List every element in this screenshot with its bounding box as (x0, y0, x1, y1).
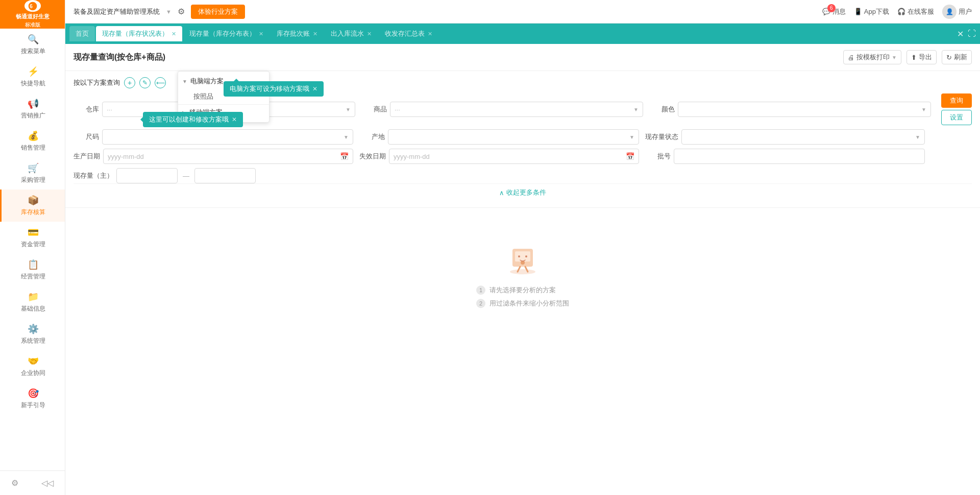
origin-label: 产地 (359, 132, 385, 142)
collapse-sidebar-btn[interactable]: ◁◁ (39, 476, 56, 490)
sidebar-item-operations[interactable]: 📋 经营管理 (0, 254, 65, 286)
sidebar-item-purchase[interactable]: 🛒 采购管理 (0, 157, 65, 190)
produce-date-input[interactable]: yyyy-mm-dd 📅 (103, 149, 353, 164)
basic-info-icon: 📁 (28, 291, 39, 302)
expire-date-placeholder: yyyy-mm-dd (394, 153, 430, 160)
back-scheme-btn[interactable]: ⟵ (155, 77, 166, 88)
logo-icon: 6 (24, 0, 41, 12)
color-select[interactable]: ▼ (678, 102, 931, 117)
filter-group-expire-date: 失效日期 yyyy-mm-dd 📅 (359, 149, 639, 164)
app-download-btn[interactable]: 📱 App下载 (854, 7, 889, 16)
search-icon: 🔍 (28, 34, 39, 45)
tab-batch-account[interactable]: 库存批次账 ✕ (271, 26, 324, 41)
sidebar-item-sales[interactable]: 💰 销售管理 (0, 125, 65, 157)
settings-bottom-btn[interactable]: ⚙ (9, 476, 20, 490)
tooltip1-close[interactable]: ✕ (312, 85, 317, 92)
tab-inventory-dist-label: 现存量（库存分布表） (189, 29, 256, 38)
stock-main-to-input[interactable] (194, 168, 256, 183)
query-btn[interactable]: 查询 (941, 93, 972, 108)
tooltip1-text: 电脑方案可设为移动方案哦 (230, 84, 309, 93)
tab-inventory-status[interactable]: 现存量（库存状况表） ✕ (96, 26, 182, 41)
operations-icon: 📋 (28, 259, 39, 270)
refresh-icon: ↻ (946, 54, 952, 61)
sidebar-item-search[interactable]: 🔍 搜索菜单 (0, 29, 65, 61)
page-content: 现存量查询(按仓库+商品) 🖨 按模板打印 ▼ ⬆ 导出 ↻ 刷新 (65, 44, 980, 495)
refresh-btn[interactable]: ↻ 刷新 (942, 50, 972, 64)
phone-icon: 📱 (854, 8, 862, 15)
tab-home[interactable]: 首页 (69, 26, 95, 41)
stock-main-from-input[interactable] (116, 168, 178, 183)
sidebar-item-finance[interactable]: 💳 资金管理 (0, 222, 65, 254)
app-sub: 标准版 (25, 21, 40, 29)
tab-in-out-flow-close[interactable]: ✕ (367, 31, 372, 37)
message-btn[interactable]: 💬 6 消息 (822, 7, 846, 16)
add-scheme-btn[interactable]: + (124, 77, 135, 88)
print-btn[interactable]: 🖨 按模板打印 ▼ (843, 50, 901, 64)
scheme-desktop-label: 电脑端方案 (190, 77, 224, 86)
tab-batch-account-close[interactable]: ✕ (313, 31, 317, 37)
sidebar-logo: 6 畅通道好生意 标准版 (0, 0, 65, 29)
sidebar: 6 畅通道好生意 标准版 🔍 搜索菜单 ⚡ 快捷导航 📢 营销推广 💰 销售管理… (0, 0, 65, 495)
sidebar-item-guide[interactable]: 🎯 新手引导 (0, 383, 65, 415)
filter-label: 按以下方案查询 (74, 78, 120, 87)
enterprise-icon: 🤝 (28, 356, 39, 367)
user-btn[interactable]: 👤 用户 (942, 5, 972, 19)
goods-placeholder: ··· (395, 106, 400, 113)
sidebar-item-system[interactable]: ⚙️ 系统管理 (0, 318, 65, 350)
marketing-icon: 📢 (28, 98, 39, 109)
tab-in-out-flow[interactable]: 出入库流水 ✕ (325, 26, 378, 41)
tab-collect-summary-close[interactable]: ✕ (428, 31, 432, 37)
expire-date-calendar-icon: 📅 (626, 152, 634, 160)
sidebar-item-quick-nav[interactable]: ⚡ 快捷导航 (0, 61, 65, 93)
tab-close-all-icon[interactable]: ✕ (957, 29, 964, 39)
tooltip2-close[interactable]: ✕ (232, 116, 237, 123)
sidebar-item-inventory[interactable]: 📦 库存核算 (0, 190, 65, 222)
size-select[interactable]: ▼ (102, 129, 353, 145)
tab-inventory-status-close[interactable]: ✕ (172, 31, 176, 37)
filter-row-4: 现存量（主） — (74, 168, 972, 183)
sidebar-item-marketing[interactable]: 📢 营销推广 (0, 93, 65, 125)
sidebar-nav: 🔍 搜索菜单 ⚡ 快捷导航 📢 营销推广 💰 销售管理 🛒 采购管理 📦 库存核… (0, 29, 65, 470)
empty-tip-1: 1 请先选择要分析的方案 (476, 286, 569, 295)
batch-input[interactable] (674, 149, 925, 164)
industry-btn[interactable]: 体验行业方案 (191, 5, 245, 19)
produce-date-label: 生产日期 (74, 152, 100, 161)
filter-group-origin: 产地 ▼ (359, 129, 639, 145)
online-support-btn[interactable]: 🎧 在线客服 (897, 7, 934, 16)
tab-collect-summary[interactable]: 收发存汇总表 ✕ (379, 26, 438, 41)
system-name: 装备及固定资产辅助管理系统 (74, 7, 160, 16)
tab-inventory-status-label: 现存量（库存状况表） (102, 29, 168, 38)
tab-home-label: 首页 (76, 29, 89, 38)
sidebar-item-enterprise[interactable]: 🤝 企业协同 (0, 350, 65, 383)
finance-icon: 💳 (28, 227, 39, 238)
tab-inventory-dist[interactable]: 现存量（库存分布表） ✕ (183, 26, 270, 41)
collapse-btn[interactable]: ∧ 收起更多条件 (74, 183, 972, 201)
expire-date-input[interactable]: yyyy-mm-dd 📅 (389, 149, 639, 164)
export-label: 导出 (919, 53, 932, 62)
sidebar-label-finance: 资金管理 (21, 240, 45, 249)
tip-num-2: 2 (476, 299, 485, 308)
produce-date-calendar-icon: 📅 (340, 152, 349, 160)
sidebar-label-sales: 销售管理 (21, 144, 45, 152)
sidebar-label-quick-nav: 快捷导航 (21, 79, 45, 88)
origin-select[interactable]: ▼ (388, 129, 639, 145)
color-arrow-icon: ▼ (921, 107, 926, 112)
sidebar-label-purchase: 采购管理 (21, 176, 45, 184)
tab-fullscreen-icon[interactable]: ⛶ (968, 29, 976, 38)
tooltip2-text: 这里可以创建和修改方案哦 (149, 115, 229, 124)
stock-status-select[interactable]: ▼ (681, 129, 925, 145)
warehouse-label: 仓库 (74, 105, 99, 114)
edit-scheme-btn[interactable]: ✎ (139, 77, 151, 88)
empty-tip-1-text: 请先选择要分析的方案 (489, 286, 556, 295)
sidebar-item-basic-info[interactable]: 📁 基础信息 (0, 286, 65, 318)
empty-icon (502, 239, 543, 279)
export-btn[interactable]: ⬆ 导出 (906, 50, 937, 64)
settings-icon[interactable]: ⚙ (178, 7, 185, 16)
goods-select[interactable]: ··· ▼ (390, 102, 643, 117)
batch-label: 批号 (645, 152, 671, 161)
tab-bar-actions: ✕ ⛶ (957, 29, 976, 39)
set-btn[interactable]: 设置 (941, 110, 972, 125)
empty-tip-2: 2 用过滤条件来缩小分析范围 (476, 299, 569, 308)
sidebar-label-search: 搜索菜单 (21, 47, 45, 56)
tab-inventory-dist-close[interactable]: ✕ (259, 31, 263, 37)
